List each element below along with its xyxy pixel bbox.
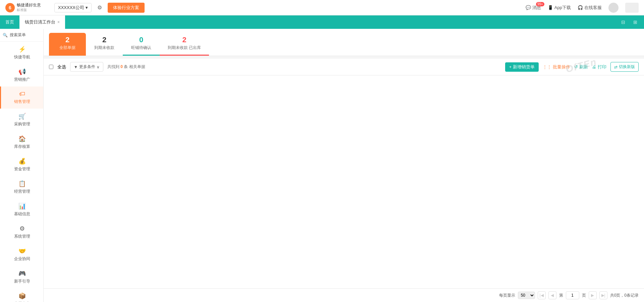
sidebar-label-cooperation: 企业协同 bbox=[14, 256, 30, 262]
first-page-btn[interactable]: |◀ bbox=[538, 291, 546, 299]
sidebar-label-guide: 新手引导 bbox=[14, 279, 30, 284]
add-sales-btn[interactable]: + 新增销货单 bbox=[505, 62, 539, 72]
logo-name: 畅捷通好生意 bbox=[17, 3, 41, 8]
settings-icon[interactable]: ⚙ bbox=[95, 3, 104, 12]
sales-icon: 🏷 bbox=[19, 90, 25, 98]
nav-tabs: 首页 钱货日清工作台 × ⊟ ⊞ bbox=[0, 15, 644, 29]
refresh-icon: ↺ bbox=[574, 64, 578, 69]
tab-maximize-icon[interactable]: ⊞ bbox=[631, 17, 640, 27]
chevron-filter-icon: ∨ bbox=[97, 65, 100, 69]
sidebar-label-purchase: 采购管理 bbox=[14, 121, 30, 127]
header-right: 💬 消息 99+ 📱 App下载 🎧 在线客服 bbox=[526, 3, 639, 13]
refresh-btn[interactable]: ↺ 刷新 bbox=[574, 64, 588, 70]
tab-home[interactable]: 首页 bbox=[0, 15, 19, 29]
message-btn[interactable]: 💬 消息 99+ bbox=[526, 5, 541, 11]
logo-icon: 6 bbox=[5, 3, 15, 12]
sidebar-label-capital: 资金管理 bbox=[14, 166, 30, 172]
card-overdue-unshipped[interactable]: 2 到期未收款 已出库 bbox=[160, 33, 209, 56]
card-all-label: 全部单据 bbox=[57, 45, 78, 51]
card-wangpu-label: 旺铺待确认 bbox=[131, 45, 152, 51]
card-overdue-unpaid[interactable]: 2 到期未收款 bbox=[86, 33, 123, 56]
sidebar-item-capital[interactable]: 💰 资金管理 bbox=[0, 154, 43, 176]
print-btn[interactable]: 🖨 打印 bbox=[592, 64, 606, 70]
sidebar-item-inventory[interactable]: 🏠 库存核算 bbox=[0, 131, 43, 154]
card-all[interactable]: 2 全部单据 bbox=[49, 33, 86, 56]
system-icon: ⚙ bbox=[19, 225, 25, 232]
sidebar-label-marketing: 营销推广 bbox=[14, 77, 30, 82]
sidebar-item-purchase[interactable]: 🛒 采购管理 bbox=[0, 109, 43, 131]
card-overdue-label: 到期未收款 bbox=[94, 45, 115, 51]
sidebar-item-guide[interactable]: 🎮 新手引导 bbox=[0, 266, 43, 288]
found-prefix: 共找到 bbox=[107, 64, 119, 69]
tab-actions: ⊟ ⊞ bbox=[619, 17, 644, 27]
switch-version-btn[interactable]: ⇄ 切换新版 bbox=[610, 62, 639, 72]
sidebar-search[interactable]: 🔍 搜索菜单 bbox=[0, 29, 43, 42]
sidebar-item-quick-nav[interactable]: ⚡ 快捷导航 bbox=[0, 42, 43, 64]
sidebar-item-sales[interactable]: 🏷 销售管理 bbox=[0, 86, 43, 109]
service-icon: 🎧 bbox=[578, 5, 583, 10]
inventory-icon: 🏠 bbox=[18, 135, 26, 142]
per-page-select[interactable]: 10 20 50 100 bbox=[518, 292, 535, 299]
message-icon: 💬 bbox=[526, 5, 531, 10]
batch-operation-btn[interactable]: ⋮⋮ 批量操作 bbox=[543, 64, 570, 70]
more-filter-btn[interactable]: ▼ 更多条件 ∨ bbox=[70, 62, 103, 72]
card-wangpu[interactable]: 0 旺铺待确认 bbox=[123, 33, 160, 56]
per-page-label: 每页显示 bbox=[499, 293, 515, 298]
app-download-btn[interactable]: 📱 App下载 bbox=[548, 5, 571, 11]
sidebar-label-system: 系统管理 bbox=[14, 234, 30, 239]
logo-sub: 标准版 bbox=[17, 8, 41, 12]
found-suffix: 条 相关单据 bbox=[124, 64, 145, 69]
basic-info-icon: 📊 bbox=[18, 202, 26, 210]
table-area bbox=[44, 75, 644, 288]
company-selector[interactable]: XXXXXX公司 ▾ bbox=[54, 3, 92, 12]
page-input[interactable] bbox=[566, 291, 579, 299]
sidebar-label-quick-nav: 快捷导航 bbox=[14, 54, 30, 60]
sidebar-item-basic-info[interactable]: 📊 基础信息 bbox=[0, 198, 43, 221]
tab-active[interactable]: 钱货日清工作台 × bbox=[19, 15, 65, 29]
more-filter-label: 更多条件 bbox=[79, 64, 95, 70]
sidebar-item-app-center[interactable]: 📦 应用中心 bbox=[0, 288, 43, 302]
card-overdue-unshipped-label: 到期未收款 已出库 bbox=[168, 45, 201, 51]
last-page-btn[interactable]: ▶| bbox=[599, 291, 607, 299]
sidebar-item-marketing[interactable]: 📢 营销推广 bbox=[0, 64, 43, 86]
switch-label: 切换新版 bbox=[619, 64, 635, 70]
logo-area: 6 畅捷通好生意 标准版 bbox=[5, 3, 49, 13]
tab-minimize-icon[interactable]: ⊟ bbox=[619, 17, 628, 27]
sidebar: 🔍 搜索菜单 ⚡ 快捷导航 📢 营销推广 🏷 销售管理 🛒 采购管理 🏠 库存核… bbox=[0, 29, 44, 302]
search-icon: 🔍 bbox=[3, 33, 8, 38]
app-center-icon: 📦 bbox=[18, 292, 26, 300]
company-name: XXXXXX公司 bbox=[58, 5, 84, 11]
capital-icon: 💰 bbox=[18, 158, 26, 165]
page-label: 第 bbox=[559, 293, 563, 298]
batch-icon: ⋮⋮ bbox=[543, 64, 551, 69]
print-label: 打印 bbox=[598, 64, 606, 70]
sidebar-item-operation[interactable]: 📋 经营管理 bbox=[0, 176, 43, 198]
prev-page-btn[interactable]: ◀ bbox=[548, 291, 556, 299]
search-label: 搜索菜单 bbox=[10, 32, 26, 38]
card-wangpu-number: 0 bbox=[131, 36, 152, 44]
trial-button[interactable]: 体验行业方案 bbox=[108, 3, 145, 13]
next-page-btn[interactable]: ▶ bbox=[589, 291, 597, 299]
user-name-area bbox=[625, 3, 639, 13]
found-info: 共找到 0 条 相关单据 bbox=[107, 64, 145, 70]
page-suffix: 页 bbox=[582, 293, 586, 298]
avatar[interactable] bbox=[608, 3, 619, 13]
service-label: 在线客服 bbox=[584, 5, 602, 11]
total-info: 共0页，0条记录 bbox=[610, 293, 639, 298]
switch-icon: ⇄ bbox=[614, 65, 618, 69]
tab-close-icon[interactable]: × bbox=[57, 20, 60, 24]
sidebar-item-cooperation[interactable]: 🤝 企业协同 bbox=[0, 243, 43, 266]
sidebar-item-system[interactable]: ⚙ 系统管理 bbox=[0, 221, 43, 243]
toolbar: 全选 ▼ 更多条件 ∨ 共找到 0 条 相关单据 + 新增销货单 ⋮⋮ 批量操作… bbox=[44, 59, 644, 75]
marketing-icon: 📢 bbox=[18, 68, 26, 75]
print-icon: 🖨 bbox=[592, 64, 596, 69]
sidebar-label-sales: 销售管理 bbox=[14, 99, 30, 105]
select-all-checkbox[interactable] bbox=[49, 65, 53, 69]
filter-icon: ▼ bbox=[74, 65, 78, 69]
online-service-btn[interactable]: 🎧 在线客服 bbox=[578, 5, 602, 11]
main-layout: 🔍 搜索菜单 ⚡ 快捷导航 📢 营销推广 🏷 销售管理 🛒 采购管理 🏠 库存核… bbox=[0, 29, 644, 302]
select-all-label: 全选 bbox=[57, 64, 66, 70]
card-all-number: 2 bbox=[57, 36, 78, 44]
guide-icon: 🎮 bbox=[18, 270, 26, 277]
purchase-icon: 🛒 bbox=[18, 113, 26, 120]
